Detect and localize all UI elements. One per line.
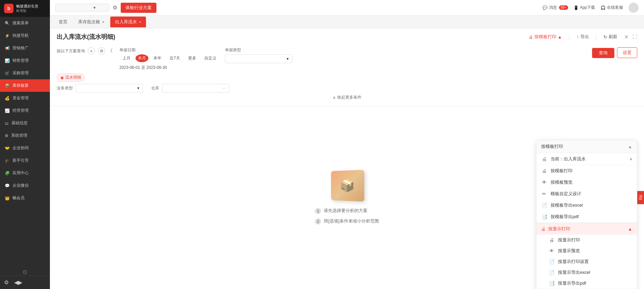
display-print-section-header[interactable]: 🖨 按显示打印 ▲ xyxy=(536,223,637,235)
date-btn-this-year[interactable]: 本年 xyxy=(150,54,165,62)
display-settings-icon: 📄 xyxy=(549,259,555,264)
sidebar-item-basics[interactable]: 🗂 基础信息 xyxy=(0,117,50,129)
topbar-right: 💬 消息 99+ 📱 App下载 🎧 在线客服 xyxy=(543,3,639,13)
display-excel-item[interactable]: 📄 按显示导出excel xyxy=(536,267,637,278)
user-avatar[interactable] xyxy=(628,3,639,13)
sidebar-item-system[interactable]: ⚙ 系统管理 xyxy=(0,129,50,142)
topbar-gear-icon[interactable]: ⚙ xyxy=(113,4,117,11)
warehouse-more-icon[interactable]: ··· xyxy=(222,86,226,90)
filter-chip-shuimingxi[interactable]: ◉ 流水明细 xyxy=(57,73,85,82)
sidebar-item-inventory-label: 库存核算 xyxy=(12,83,29,88)
display-print-item[interactable]: 🖨 按显示打印 xyxy=(536,235,637,245)
sidebar-item-member[interactable]: 👑 畅会员 xyxy=(0,192,50,204)
sidebar-item-finance-label: 资金管理 xyxy=(12,95,29,101)
date-btn-this-month[interactable]: 本月 xyxy=(136,54,148,62)
warehouse-select[interactable]: ··· xyxy=(162,84,229,93)
sidebar-item-inventory[interactable]: 📦 库存核算 xyxy=(0,79,50,92)
lightning-icon: ⚡ xyxy=(5,33,10,38)
print-button[interactable]: 🖨 按模板打印 ▲ xyxy=(526,32,565,41)
sidebar-item-apps[interactable]: 🧩 应用中心 xyxy=(0,167,50,179)
export-button[interactable]: ↑ 导出 xyxy=(574,32,592,41)
tab-batch-close[interactable]: × xyxy=(102,20,104,24)
date-btn-7days[interactable]: 近7天 xyxy=(167,54,183,62)
tab-flow[interactable]: 出入库流水 × xyxy=(110,17,146,27)
sidebar-item-marketing[interactable]: 📢 营销推广 xyxy=(0,42,50,54)
tab-flow-close[interactable]: × xyxy=(139,20,141,24)
warehouse-field: 仓库 ··· xyxy=(151,84,229,93)
date-filter-group: 单据日期 上月 本月 本年 近7天 更多 自定义 2023-06-01 至 20… xyxy=(119,47,219,71)
empty-step-1: 1 请先选择要分析的方案 xyxy=(315,208,379,214)
type-filter-select[interactable]: ▾ xyxy=(225,54,292,63)
refresh-button[interactable]: ↻ 刷新 xyxy=(601,32,620,41)
query-button[interactable]: 查询 xyxy=(592,48,614,58)
online-service-button[interactable]: 🎧 在线客服 xyxy=(601,5,623,10)
sidebar-item-wechat[interactable]: 💬 企业微信 xyxy=(0,179,50,192)
sidebar-item-finance[interactable]: 💰 资金管理 xyxy=(0,92,50,104)
trial-button[interactable]: 体验行业方案 xyxy=(121,3,156,13)
online-service-label: 在线客服 xyxy=(607,5,623,10)
page-expand-button[interactable]: ⛶ xyxy=(633,34,637,40)
filter-add-button[interactable]: + xyxy=(88,47,95,55)
display-excel-icon: 📄 xyxy=(549,270,555,275)
date-btn-custom[interactable]: 自定义 xyxy=(201,54,219,62)
finance-icon: 💰 xyxy=(5,96,10,101)
divider2: | xyxy=(596,34,597,40)
set-button[interactable]: 设置 xyxy=(617,47,637,58)
sidebar-item-newbie[interactable]: 🎓 新手引导 xyxy=(0,154,50,167)
settings-icon[interactable]: ⚙ xyxy=(4,279,9,286)
display-excel-label: 按显示导出excel xyxy=(558,269,590,275)
sidebar-nav: 🔍 搜索菜单 ⚡ 快捷导航 📢 营销推广 📊 销售管理 🛒 采购管理 📦 库存核… xyxy=(0,17,50,269)
template-print-item[interactable]: 🖨 按模板打印 xyxy=(536,165,637,177)
right-sidebar-tab[interactable]: Rit xyxy=(637,191,644,204)
biz-type-select[interactable]: ▾ xyxy=(76,84,143,93)
template-excel-item[interactable]: 📄 按模板导出excel xyxy=(536,200,637,211)
page-area: 出入库流水(流水明细) 🖨 按模板打印 ▲ | ↑ 导出 | ↻ 刷新 ✕ xyxy=(50,28,644,289)
tab-home[interactable]: 首页 xyxy=(54,17,72,27)
template-pdf-label: 按模板导出pdf xyxy=(551,214,579,220)
topbar-dropdown-icon[interactable]: ▾ xyxy=(93,5,96,10)
step-num-1: 1 xyxy=(315,208,321,214)
inventory-icon: 📦 xyxy=(5,83,10,88)
refresh-icon: ↻ xyxy=(604,34,607,40)
filter-collapse-button[interactable]: 《 xyxy=(108,48,113,54)
sidebar-item-sales[interactable]: 📊 销售管理 xyxy=(0,54,50,67)
filter-settings-button[interactable]: ⚙ xyxy=(98,47,105,55)
message-button[interactable]: 💬 消息 99+ xyxy=(543,5,568,10)
template-pdf-item[interactable]: 📑 按模板导出pdf xyxy=(536,211,637,222)
template-preview-item[interactable]: 👁 按模板预览 xyxy=(536,177,637,188)
date-btn-more[interactable]: 更多 xyxy=(185,54,199,62)
display-settings-item[interactable]: 📄 按显示打印设置 xyxy=(536,256,637,267)
topbar-search-input[interactable] xyxy=(58,5,92,10)
topbar-search-box[interactable]: ▾ xyxy=(55,4,109,11)
collapse-row[interactable]: ∧ 收起更多条件 xyxy=(57,93,637,102)
template-print-icon: 🖨 xyxy=(541,168,547,174)
template-custom-item[interactable]: ✏ 模板自定义设计 xyxy=(536,188,637,200)
tab-batch[interactable]: 库存批次账 × xyxy=(74,17,109,27)
app-download-label: App下载 xyxy=(580,5,595,10)
sidebar-item-collab[interactable]: 🤝 企业协同 xyxy=(0,142,50,154)
print-panel-collapse-icon[interactable]: ▲ xyxy=(628,144,632,149)
basics-icon: 🗂 xyxy=(5,121,9,126)
sidebar-item-purchase-label: 采购管理 xyxy=(12,70,29,76)
sidebar-item-basics-label: 基础信息 xyxy=(11,120,28,126)
sidebar-item-search[interactable]: 🔍 搜索菜单 xyxy=(0,17,50,29)
sidebar-item-operations[interactable]: 📈 经营管理 xyxy=(0,104,50,117)
export-icon: ↑ xyxy=(577,34,579,40)
page-close-button[interactable]: ✕ xyxy=(624,34,628,40)
divider1: | xyxy=(569,34,570,40)
phone-icon: 📱 xyxy=(574,5,579,10)
app-download-button[interactable]: 📱 App下载 xyxy=(574,5,595,10)
print-panel-current-section[interactable]: 🖨 当前：出入库流水 ▾ xyxy=(536,153,637,165)
display-pdf-item[interactable]: 📑 按显示导出pdf xyxy=(536,278,637,289)
sidebar-item-operations-label: 经营管理 xyxy=(12,108,29,113)
sidebar-item-purchase[interactable]: 🛒 采购管理 xyxy=(0,67,50,79)
sidebar-item-quick-nav[interactable]: ⚡ 快捷导航 xyxy=(0,29,50,42)
collapse-sidebar-icon[interactable]: ◀▶ xyxy=(14,279,22,286)
display-preview-item[interactable]: 👁 按显示预览 xyxy=(536,245,637,256)
date-range-display: 2023-06-01 至 2023-06-30 xyxy=(119,65,219,71)
sidebar-item-wechat-label: 企业微信 xyxy=(12,183,29,188)
template-preview-label: 按模板预览 xyxy=(551,179,573,185)
date-btn-last-month[interactable]: 上月 xyxy=(119,54,134,62)
apps-icon: 🧩 xyxy=(5,171,10,176)
sidebar-item-quick-label: 快捷导航 xyxy=(12,33,29,38)
